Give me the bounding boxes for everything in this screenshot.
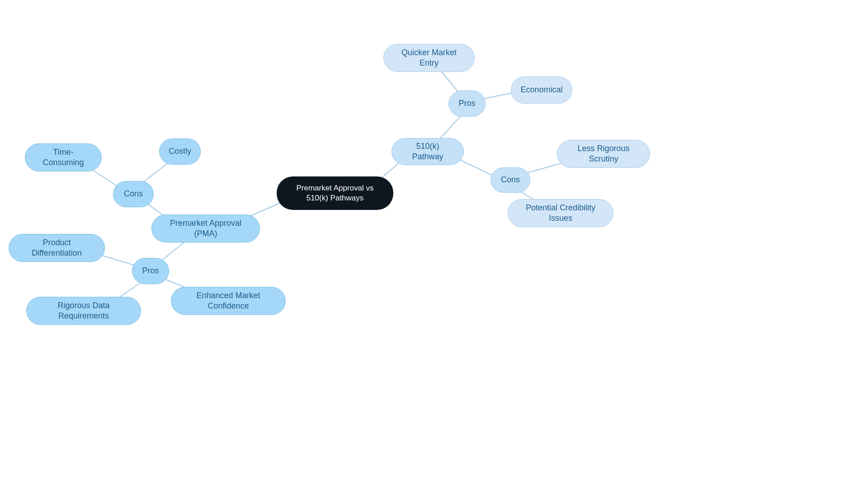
node-less-rigorous-scrutiny[interactable]: Less Rigorous Scrutiny bbox=[557, 140, 650, 168]
node-510k-pros-label: Pros bbox=[458, 98, 475, 109]
node-costly[interactable]: Costly bbox=[159, 138, 201, 165]
node-pma-label: Premarket Approval (PMA) bbox=[161, 218, 250, 239]
node-enhanced-market-confidence[interactable]: Enhanced Market Confidence bbox=[171, 287, 286, 315]
leaf-label: Enhanced Market Confidence bbox=[180, 290, 276, 312]
leaf-label: Quicker Market Entry bbox=[393, 48, 465, 69]
node-pma-cons[interactable]: Cons bbox=[113, 181, 154, 207]
node-pma-pros[interactable]: Pros bbox=[132, 258, 169, 284]
node-510k[interactable]: 510(k) Pathway bbox=[392, 138, 464, 165]
leaf-label: Time-Consuming bbox=[34, 147, 92, 168]
node-economical[interactable]: Economical bbox=[511, 76, 572, 104]
leaf-label: Economical bbox=[520, 85, 562, 95]
node-potential-credibility-issues[interactable]: Potential Credibility Issues bbox=[508, 199, 613, 227]
edges-layer bbox=[0, 0, 868, 490]
svg-line-9 bbox=[439, 113, 463, 140]
node-510k-cons-label: Cons bbox=[501, 175, 520, 185]
node-pma-cons-label: Cons bbox=[124, 189, 143, 199]
leaf-label: Costly bbox=[169, 146, 191, 157]
leaf-label: Less Rigorous Scrutiny bbox=[566, 143, 641, 165]
leaf-label: Rigorous Data Requirements bbox=[36, 300, 132, 322]
mindmap-canvas: Premarket Approval vs 510(k) Pathways Pr… bbox=[0, 0, 868, 490]
node-rigorous-data-requirements[interactable]: Rigorous Data Requirements bbox=[26, 297, 141, 325]
leaf-label: Product Differentiation bbox=[18, 238, 95, 259]
node-quicker-market-entry[interactable]: Quicker Market Entry bbox=[383, 44, 475, 72]
node-time-consuming[interactable]: Time-Consuming bbox=[25, 143, 102, 171]
leaf-label: Potential Credibility Issues bbox=[517, 203, 604, 224]
node-pma-pros-label: Pros bbox=[142, 266, 159, 276]
node-510k-pros[interactable]: Pros bbox=[448, 90, 486, 117]
root-node[interactable]: Premarket Approval vs 510(k) Pathways bbox=[277, 176, 393, 210]
node-product-differentiation[interactable]: Product Differentiation bbox=[9, 234, 105, 262]
node-pma[interactable]: Premarket Approval (PMA) bbox=[151, 214, 260, 243]
node-510k-label: 510(k) Pathway bbox=[401, 141, 454, 162]
node-510k-cons[interactable]: Cons bbox=[491, 167, 530, 193]
root-label: Premarket Approval vs 510(k) Pathways bbox=[286, 183, 384, 203]
